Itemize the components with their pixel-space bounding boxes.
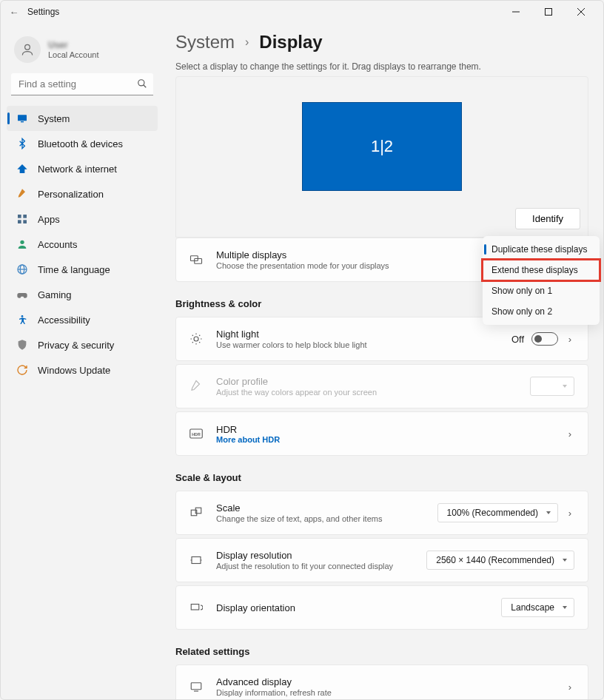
hdr-row[interactable]: HDR HDR More about HDR › (175, 411, 588, 456)
nav-item-bluetooth[interactable]: Bluetooth & devices (7, 131, 158, 156)
hdr-icon: HDR (189, 428, 203, 439)
display-icon (16, 112, 29, 124)
orientation-select[interactable]: Landscape (501, 598, 574, 617)
nav-item-system[interactable]: System (7, 106, 158, 131)
section-scale: Scale & layout (175, 472, 588, 483)
row-title: Night light (216, 329, 498, 340)
breadcrumb-parent[interactable]: System (175, 32, 235, 53)
row-title: Color profile (216, 376, 517, 387)
svg-rect-37 (191, 683, 201, 690)
maximize-button[interactable] (532, 1, 565, 22)
row-title: Display resolution (216, 550, 413, 561)
user-name: User (48, 40, 99, 50)
nav-item-accounts[interactable]: Accounts (7, 232, 158, 257)
search-icon (137, 78, 147, 91)
identify-button[interactable]: Identify (515, 208, 580, 229)
nav-item-gaming[interactable]: Gaming (7, 282, 158, 307)
nav-item-label: Accounts (38, 239, 77, 250)
globe-icon (16, 263, 29, 275)
main-content: System › Display Select a display to cha… (164, 23, 603, 699)
grid-icon (16, 213, 29, 225)
svg-line-27 (192, 342, 193, 343)
chevron-right-icon: › (566, 682, 574, 693)
nav-item-time[interactable]: Time & language (7, 257, 158, 282)
svg-point-17 (21, 315, 24, 317)
nav-item-label: Privacy & security (38, 340, 114, 351)
shield-icon (16, 339, 29, 351)
scale-row[interactable]: Scale Change the size of text, apps, and… (175, 491, 588, 535)
breadcrumb: System › Display (175, 32, 588, 53)
search-input[interactable] (11, 73, 153, 95)
nav-item-personalization[interactable]: Personalization (7, 181, 158, 206)
game-icon (16, 289, 29, 300)
monitor-tile[interactable]: 1|2 (302, 102, 462, 191)
svg-rect-36 (191, 605, 199, 610)
night-light-toggle[interactable]: Off (511, 332, 558, 346)
svg-rect-1 (546, 9, 552, 16)
search-box[interactable] (11, 73, 153, 95)
hdr-link[interactable]: More about HDR (216, 435, 552, 444)
row-desc: Use warmer colors to help block blue lig… (216, 340, 498, 349)
row-title: Advanced display (216, 676, 552, 687)
svg-point-4 (25, 44, 30, 50)
resolution-select[interactable]: 2560 × 1440 (Recommended) (426, 551, 574, 570)
close-button[interactable] (565, 1, 597, 22)
svg-rect-7 (18, 115, 27, 121)
toggle-pill[interactable] (531, 332, 558, 346)
scale-select[interactable]: 100% (Recommended) (437, 503, 558, 522)
chevron-right-icon: › (566, 334, 574, 345)
nav-item-label: Network & internet (38, 164, 117, 175)
row-title: Display orientation (216, 602, 488, 613)
color-profile-icon (189, 380, 203, 393)
chevron-right-icon: › (566, 508, 574, 519)
svg-text:HDR: HDR (192, 432, 201, 437)
nav-item-update[interactable]: Windows Update (7, 357, 158, 383)
avatar (14, 36, 41, 63)
dropdown-item[interactable]: Extend these displays (483, 260, 600, 280)
titlebar: ← Settings (1, 1, 603, 23)
minimize-button[interactable] (500, 1, 532, 22)
section-related: Related settings (175, 646, 588, 657)
display-mode-dropdown[interactable]: Duplicate these displaysExtend these dis… (483, 236, 600, 325)
dropdown-item[interactable]: Duplicate these displays (483, 239, 600, 260)
advanced-display-row[interactable]: Advanced display Display information, re… (175, 664, 588, 699)
back-button[interactable]: ← (7, 7, 21, 18)
row-desc: Adjust the resolution to fit your connec… (216, 562, 413, 571)
svg-rect-8 (21, 121, 24, 122)
toggle-state: Off (511, 334, 524, 345)
row-desc: Change the size of text, apps, and other… (216, 514, 424, 523)
svg-line-26 (199, 342, 200, 343)
user-subtitle: Local Account (48, 50, 99, 59)
display-arrange[interactable]: 1|2 Identify (175, 76, 588, 238)
resolution-row[interactable]: Display resolution Adjust the resolution… (175, 538, 588, 582)
nav-item-label: Gaming (38, 289, 72, 300)
svg-rect-10 (23, 215, 27, 218)
sidebar: User Local Account SystemBluetooth & dev… (1, 23, 164, 699)
nav-item-accessibility[interactable]: Accessibility (7, 307, 158, 332)
nav-item-label: System (38, 113, 70, 124)
nav-item-label: Apps (38, 214, 60, 225)
row-desc: Display information, refresh rate (216, 688, 552, 697)
user-block[interactable]: User Local Account (7, 30, 158, 73)
row-title: HDR (216, 424, 552, 435)
scale-icon (189, 506, 203, 519)
nav-item-privacy[interactable]: Privacy & security (7, 332, 158, 357)
night-light-icon (189, 332, 203, 346)
svg-point-13 (20, 240, 24, 244)
update-icon (16, 364, 29, 376)
window-title: Settings (27, 7, 59, 17)
breadcrumb-current: Display (259, 32, 322, 53)
multiple-displays-icon (189, 253, 203, 266)
svg-line-25 (192, 335, 193, 336)
orientation-row[interactable]: Display orientation Landscape (175, 585, 588, 630)
resolution-icon (189, 553, 203, 567)
nav-item-label: Personalization (38, 189, 104, 200)
dropdown-item[interactable]: Show only on 2 (483, 301, 600, 322)
nav-item-network[interactable]: Network & internet (7, 156, 158, 181)
svg-rect-12 (23, 220, 27, 223)
dropdown-item[interactable]: Show only on 1 (483, 280, 600, 301)
svg-rect-33 (192, 557, 201, 564)
nav-item-label: Accessibility (38, 314, 90, 326)
brush-icon (16, 188, 29, 200)
nav-item-apps[interactable]: Apps (7, 206, 158, 232)
